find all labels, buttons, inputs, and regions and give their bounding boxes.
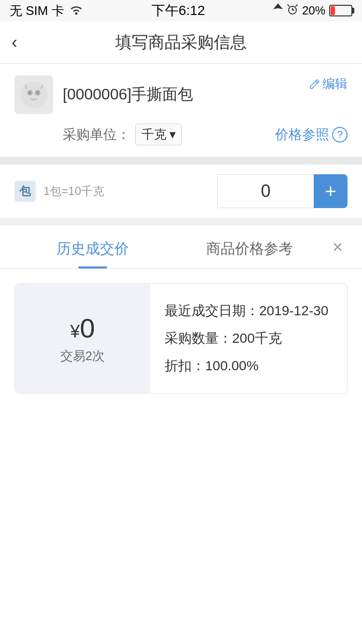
svg-point-6 xyxy=(36,91,39,94)
product-left: [0000006]手撕面包 xyxy=(14,75,193,114)
price-detail-discount: 折扣：100.00% xyxy=(165,356,333,375)
unit-select[interactable]: 千克 ▾ xyxy=(135,124,182,145)
battery-percent: 20% xyxy=(302,4,325,17)
price-amount: ¥0 xyxy=(70,312,95,344)
svg-point-0 xyxy=(75,12,77,14)
qty-left: 包 1包=10千克 xyxy=(14,181,104,202)
unit-value: 千克 xyxy=(141,126,167,143)
qty-plus-button[interactable]: + xyxy=(314,174,348,208)
qty-conversion: 1包=10千克 xyxy=(43,183,104,199)
price-ref-button[interactable]: 价格参照 ? xyxy=(275,126,348,144)
product-header: [0000006]手撕面包 编辑 xyxy=(14,75,348,114)
product-unit-row: 采购单位： 千克 ▾ 价格参照 ? xyxy=(63,124,348,145)
status-left: 无 SIM 卡 xyxy=(10,2,84,19)
product-name: [0000006]手撕面包 xyxy=(63,84,193,105)
edit-button[interactable]: 编辑 xyxy=(309,75,348,92)
page-title: 填写商品采购信息 xyxy=(115,31,247,54)
price-subtitle: 交易2次 xyxy=(60,348,105,364)
price-value: 0 xyxy=(80,313,95,343)
dropdown-arrow-icon: ▾ xyxy=(169,127,176,142)
status-time: 下午6:12 xyxy=(152,1,205,20)
tab-history-price[interactable]: 历史成交价 xyxy=(14,225,171,268)
section-divider xyxy=(0,157,362,165)
alarm-icon xyxy=(287,3,298,18)
quantity-section: 包 1包=10千克 + xyxy=(0,165,362,218)
edit-icon xyxy=(309,78,320,90)
price-yen-symbol: ¥ xyxy=(70,322,80,341)
wifi-icon xyxy=(69,3,84,18)
price-right-panel: 最近成交日期：2019-12-30 采购数量：200千克 折扣：100.00% xyxy=(150,284,347,393)
product-thumbnail xyxy=(14,75,53,114)
help-icon: ? xyxy=(332,127,348,142)
product-logo-icon xyxy=(19,80,48,109)
price-detail-date: 最近成交日期：2019-12-30 xyxy=(165,301,333,320)
nav-bar: ‹ 填写商品采购信息 xyxy=(0,21,362,64)
svg-point-5 xyxy=(28,91,31,94)
price-detail-quantity: 采购数量：200千克 xyxy=(165,329,333,348)
tab-price-reference[interactable]: 商品价格参考 xyxy=(171,225,327,268)
location-icon xyxy=(273,3,283,18)
battery-icon xyxy=(329,5,352,16)
bottom-background xyxy=(0,408,362,644)
tab-section: 历史成交价 商品价格参考 × ¥0 交易2次 最近成交日期：2019-12-30… xyxy=(0,225,362,408)
carrier-text: 无 SIM 卡 xyxy=(10,2,64,19)
quantity-input[interactable] xyxy=(217,174,314,208)
unit-label: 采购单位： xyxy=(63,126,130,144)
price-left-panel: ¥0 交易2次 xyxy=(15,284,150,393)
tab-content: ¥0 交易2次 最近成交日期：2019-12-30 采购数量：200千克 折扣：… xyxy=(0,269,362,408)
status-right: 20% xyxy=(273,3,352,18)
price-ref-label: 价格参照 xyxy=(275,126,329,144)
tab-close-button[interactable]: × xyxy=(328,232,348,262)
qty-unit-badge: 包 xyxy=(14,181,36,202)
qty-input-group: + xyxy=(217,174,348,208)
back-button[interactable]: ‹ xyxy=(12,32,17,53)
price-card: ¥0 交易2次 最近成交日期：2019-12-30 采购数量：200千克 折扣：… xyxy=(14,283,348,393)
svg-point-2 xyxy=(20,81,47,108)
product-section: [0000006]手撕面包 编辑 采购单位： 千克 ▾ 价格参照 ? xyxy=(0,64,362,157)
status-bar: 无 SIM 卡 下午6:12 20% xyxy=(0,0,362,21)
tab-header: 历史成交价 商品价格参考 × xyxy=(0,225,362,269)
